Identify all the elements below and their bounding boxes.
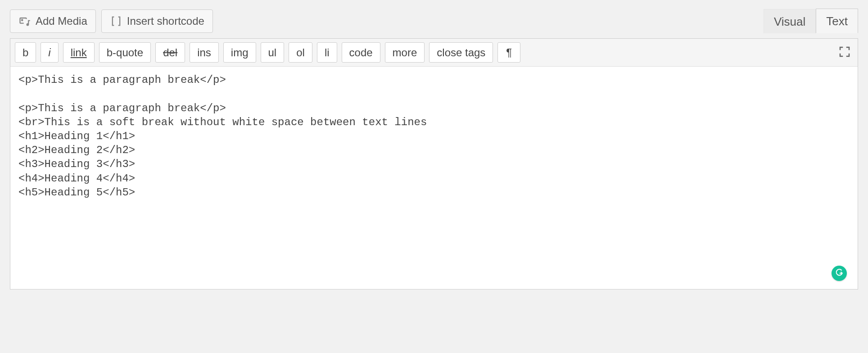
qt-blockquote-button[interactable]: b-quote: [99, 42, 151, 63]
shortcode-icon: [110, 15, 122, 27]
qt-italic-button[interactable]: i: [41, 42, 58, 63]
editor-mode-tabs: Visual Text: [764, 8, 858, 33]
add-media-button[interactable]: Add Media: [10, 9, 96, 33]
media-buttons-row: Add Media Insert shortcode: [10, 9, 213, 33]
qt-link-button[interactable]: link: [63, 42, 95, 63]
grammarly-icon: [835, 268, 844, 279]
fullscreen-icon: [838, 45, 851, 60]
qt-del-button[interactable]: del: [155, 42, 185, 63]
insert-shortcode-label: Insert shortcode: [127, 14, 204, 29]
fullscreen-button[interactable]: [836, 43, 853, 62]
quicktags-toolbar: b i link b-quote del ins img ul ol li co…: [10, 39, 858, 67]
qt-ul-button[interactable]: ul: [261, 42, 285, 63]
content-textarea[interactable]: [10, 67, 858, 287]
qt-paragraph-button[interactable]: ¶: [497, 42, 520, 63]
qt-img-button[interactable]: img: [223, 42, 256, 63]
editor-box: b i link b-quote del ins img ul ol li co…: [10, 38, 858, 290]
insert-shortcode-button[interactable]: Insert shortcode: [101, 9, 213, 33]
tab-text[interactable]: Text: [816, 9, 858, 33]
qt-ins-button[interactable]: ins: [190, 42, 219, 63]
qt-close-tags-button[interactable]: close tags: [429, 42, 493, 63]
qt-li-button[interactable]: li: [317, 42, 337, 63]
qt-bold-button[interactable]: b: [15, 42, 36, 63]
editor-top-row: Add Media Insert shortcode Visual Text: [10, 8, 858, 33]
add-media-label: Add Media: [36, 14, 87, 29]
qt-ol-button[interactable]: ol: [289, 42, 312, 63]
quicktags-buttons: b i link b-quote del ins img ul ol li co…: [15, 42, 520, 63]
grammarly-badge[interactable]: [832, 266, 847, 281]
qt-more-button[interactable]: more: [385, 42, 425, 63]
content-area: [10, 67, 858, 289]
editor-container: Add Media Insert shortcode Visual Text b…: [0, 0, 868, 290]
camera-music-icon: [18, 15, 31, 27]
qt-code-button[interactable]: code: [342, 42, 380, 63]
tab-visual[interactable]: Visual: [764, 9, 816, 33]
